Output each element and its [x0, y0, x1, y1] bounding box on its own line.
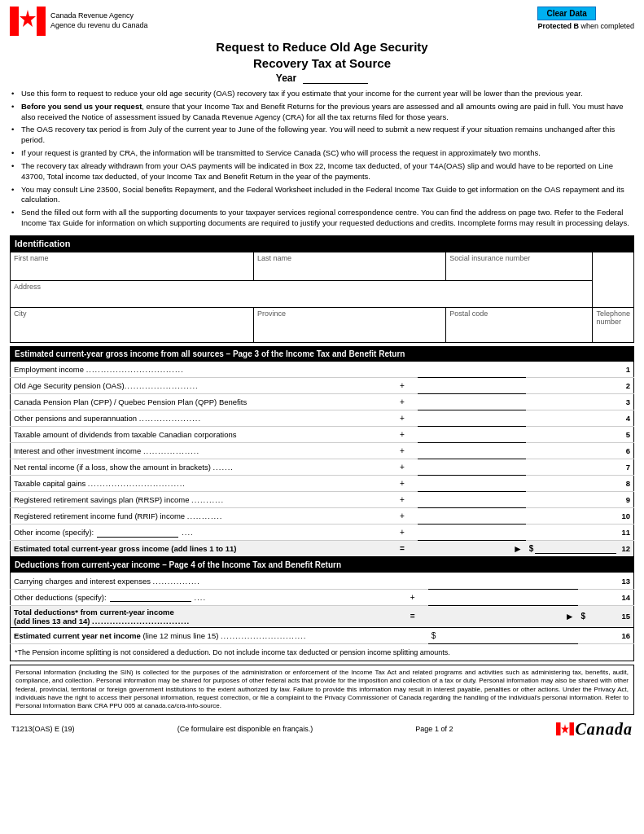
income-desc-1: Employment income ......................… [11, 362, 388, 378]
last-name-input[interactable] [257, 262, 442, 277]
sin-box-9[interactable] [576, 264, 589, 279]
income-row-2: Old Age Security pension (OAS)..........… [11, 378, 634, 394]
svg-rect-6 [569, 722, 574, 735]
income-input-5[interactable] [421, 430, 523, 439]
income-desc-4: Other pensions and superannuation ......… [11, 410, 388, 427]
protected-label: Protected B [537, 22, 579, 30]
income-input-3[interactable] [421, 397, 523, 406]
city-input[interactable] [14, 318, 250, 332]
income-row-8: Taxable capital gains ..................… [11, 476, 634, 492]
income-input-9[interactable] [421, 495, 523, 504]
sin-box-1[interactable] [449, 264, 463, 279]
sin-box-7[interactable] [545, 264, 559, 279]
input-cell-4 [418, 410, 526, 427]
sin-box-8[interactable] [560, 264, 574, 279]
income-input-10[interactable] [421, 511, 523, 520]
income-row-1: Employment income ......................… [11, 362, 634, 378]
sin-label: Social insurance number [449, 254, 589, 262]
deduction-input-13[interactable] [432, 577, 575, 586]
income-input-1[interactable] [421, 365, 523, 374]
line-5: 5 [526, 427, 634, 443]
income-row-4: Other pensions and superannuation ......… [11, 410, 634, 427]
deduction-total-operator: = [396, 605, 427, 627]
deduction-row-14: Other deductions (specify): .... + 14 [11, 589, 634, 605]
net-income-line: 16 [578, 627, 634, 643]
sin-box-6[interactable] [528, 264, 541, 279]
year-input[interactable] [303, 73, 368, 84]
postal-code-cell: Postal code [446, 307, 593, 342]
deduction-arrow-cell: ► [428, 605, 578, 627]
title-section: Request to Reduce Old Age Security Recov… [10, 39, 634, 84]
line-1: 1 [526, 362, 634, 378]
total-income-input[interactable] [535, 544, 616, 554]
operator-3: + [387, 394, 417, 410]
income-desc-10: Registered retirement income fund (RRIF)… [11, 508, 388, 525]
deduction-operator-14: + [396, 589, 427, 605]
instruction-item-1: Use this form to request to reduce your … [10, 89, 634, 99]
other-specify-input-11[interactable] [97, 528, 178, 538]
income-input-2[interactable] [421, 381, 523, 390]
postal-code-input[interactable] [449, 318, 589, 332]
net-income-desc: Estimated current year net income (line … [11, 627, 428, 643]
instruction-list: Use this form to request to reduce your … [10, 89, 634, 229]
instruction-item-2: Before you send us your request, ensure … [10, 102, 634, 123]
sin-box-3[interactable] [480, 264, 494, 279]
net-income-input[interactable] [437, 631, 574, 640]
input-cell-3 [418, 394, 526, 410]
deduction-row-13: Carrying charges and interest expenses .… [11, 573, 634, 589]
header-left: Canada Revenue Agency Agence du revenu d… [10, 7, 148, 36]
province-cell: Province [253, 307, 445, 342]
agency-fr: Agence du revenu [50, 21, 110, 29]
income-row-9: Registered retirement savings plan (RRSP… [11, 492, 634, 508]
input-cell-1 [418, 362, 526, 378]
canada-wordmark: Canada [556, 720, 633, 739]
first-name-input[interactable] [14, 262, 250, 277]
income-input-8[interactable] [421, 479, 523, 488]
instruction-item-3: The OAS recovery tax period is from July… [10, 125, 634, 146]
income-desc-11: Other income (specify): .... [11, 525, 388, 541]
income-desc-5: Taxable amount of dividends from taxable… [11, 427, 388, 443]
city-label: City [14, 309, 250, 318]
total-deductions-input[interactable] [587, 612, 616, 621]
operator-8: + [387, 476, 417, 492]
postal-code-label: Postal code [449, 309, 589, 318]
income-row-6: Interest and other investment income ...… [11, 443, 634, 459]
telephone-input[interactable] [596, 326, 630, 340]
deduction-input-cell-13 [428, 573, 578, 589]
protected-suffix: when completed [579, 22, 634, 30]
income-input-4[interactable] [421, 414, 523, 423]
agency-text: Canada Revenue Agency Agence du revenu d… [50, 11, 148, 30]
income-input-11[interactable] [421, 528, 523, 537]
last-name-cell: Last name [253, 252, 445, 280]
privacy-text: Personal information (including the SIN)… [15, 669, 629, 710]
deduction-line-14: 14 [578, 589, 634, 605]
footer: T1213(OAS) E (19) (Ce formulaire est dis… [10, 720, 634, 739]
income-input-6[interactable] [421, 446, 523, 455]
total-operator: = [387, 541, 417, 557]
instruction-item-7: Send the filled out form with all the su… [10, 208, 634, 229]
deduction-desc-13: Carrying charges and interest expenses .… [11, 573, 397, 589]
year-label: Year [276, 72, 296, 84]
input-cell-8 [418, 476, 526, 492]
sin-box-4[interactable] [497, 264, 511, 279]
sin-box-5[interactable] [513, 264, 527, 279]
deduction-operator-13 [396, 573, 427, 589]
income-total-row: Estimated total current-year gross incom… [11, 541, 634, 557]
instructions: Use this form to request to reduce your … [10, 89, 634, 229]
operator-5: + [387, 427, 417, 443]
address-input[interactable] [14, 291, 589, 305]
province-input[interactable] [257, 318, 442, 332]
deduction-line-13: 13 [578, 573, 634, 589]
clear-data-button[interactable]: Clear Data [537, 7, 595, 20]
canada-text: Canada [576, 720, 633, 739]
other-specify-input-14[interactable] [110, 592, 191, 602]
operator-6: + [387, 443, 417, 459]
sin-box-2[interactable] [465, 264, 479, 279]
deduction-input-14[interactable] [432, 593, 575, 602]
income-input-7[interactable] [421, 463, 523, 472]
header-right: Clear Data Protected B when completed [537, 7, 634, 30]
net-income-input-cell: $ [428, 627, 578, 643]
protected-b-label: Protected B when completed [537, 22, 634, 30]
address-cell: Address [11, 280, 593, 307]
operator-11: + [387, 525, 417, 541]
